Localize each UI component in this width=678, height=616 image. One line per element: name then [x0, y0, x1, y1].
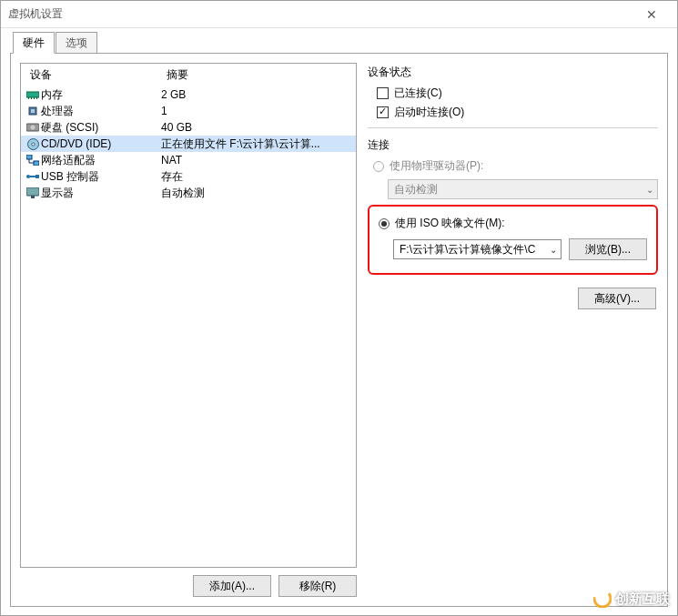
svg-point-8: [31, 126, 35, 130]
titlebar: 虚拟机设置 ✕: [1, 1, 677, 28]
highlight-box: 使用 ISO 映像文件(M): F:\云计算\云计算镜像文件\C ⌄ 浏览(B)…: [368, 205, 658, 275]
chevron-down-icon: ⌄: [550, 245, 557, 255]
device-row-hdd[interactable]: 硬盘 (SCSI) 40 GB: [21, 119, 356, 136]
connected-label: 已连接(C): [394, 86, 442, 101]
physical-drive-combo: 自动检测 ⌄: [388, 179, 658, 199]
svg-rect-12: [34, 161, 39, 166]
cpu-icon: [25, 105, 41, 117]
connection-title: 连接: [368, 137, 658, 153]
svg-point-10: [31, 142, 34, 145]
device-name: 显示器: [41, 186, 161, 201]
device-name: 处理器: [41, 104, 161, 119]
svg-point-17: [594, 591, 611, 607]
device-summary: 40 GB: [161, 121, 356, 134]
device-name: 硬盘 (SCSI): [41, 120, 161, 136]
cd-icon: [25, 137, 41, 150]
tab-options[interactable]: 选项: [56, 32, 97, 54]
device-row-memory[interactable]: 内存 2 GB: [21, 86, 356, 103]
hardware-left: 设备 摘要 内存 2 GB: [20, 63, 357, 597]
device-row-network[interactable]: 网络适配器 NAT: [21, 152, 356, 168]
svg-rect-14: [35, 175, 39, 178]
connect-at-poweron-checkbox[interactable]: 启动时连接(O): [368, 105, 658, 120]
use-physical-radio[interactable]: 使用物理驱动器(P):: [368, 158, 658, 174]
browse-button[interactable]: 浏览(B)...: [569, 238, 647, 260]
usb-icon: [25, 170, 41, 183]
display-icon: [25, 187, 41, 199]
device-summary: 正在使用文件 F:\云计算\云计算...: [161, 136, 356, 152]
svg-rect-4: [36, 97, 37, 99]
iso-row: F:\云计算\云计算镜像文件\C ⌄ 浏览(B)...: [379, 238, 647, 260]
device-row-cpu[interactable]: 处理器 1: [21, 103, 356, 119]
watermark: 创新互联: [593, 590, 670, 608]
svg-rect-16: [31, 196, 35, 198]
remove-button[interactable]: 移除(R): [278, 575, 357, 597]
header-device: 设备: [30, 67, 167, 83]
checkbox-icon: [377, 106, 389, 118]
svg-rect-1: [28, 97, 29, 99]
add-button[interactable]: 添加(A)...: [193, 575, 271, 597]
device-status-title: 设备状态: [368, 65, 658, 80]
network-icon: [25, 154, 41, 167]
tabstrip: 硬件 选项: [10, 32, 668, 54]
tab-hardware[interactable]: 硬件: [13, 32, 55, 54]
svg-rect-2: [31, 97, 32, 99]
device-summary: 1: [161, 105, 356, 117]
connected-checkbox[interactable]: 已连接(C): [368, 86, 658, 101]
physical-drive-value: 自动检测: [394, 182, 438, 197]
tab-panel: 设备 摘要 内存 2 GB: [10, 54, 668, 607]
device-name: 内存: [41, 87, 161, 103]
device-row-cd[interactable]: CD/DVD (IDE) 正在使用文件 F:\云计算\云计算...: [21, 136, 356, 152]
svg-rect-3: [34, 97, 35, 99]
device-list-buttons: 添加(A)... 移除(R): [20, 575, 357, 597]
advanced-row: 高级(V)...: [368, 288, 658, 309]
device-summary: NAT: [161, 154, 356, 167]
separator: [368, 127, 658, 128]
use-iso-radio[interactable]: 使用 ISO 映像文件(M):: [379, 216, 647, 231]
svg-rect-15: [26, 187, 39, 196]
device-summary: 存在: [161, 169, 356, 185]
device-list-header: 设备 摘要: [21, 64, 356, 86]
svg-point-13: [26, 175, 30, 178]
advanced-button[interactable]: 高级(V)...: [578, 288, 656, 309]
radio-icon: [373, 161, 384, 172]
memory-icon: [25, 88, 41, 101]
use-iso-label: 使用 ISO 映像文件(M):: [395, 216, 505, 231]
radio-icon: [379, 218, 390, 229]
iso-path-value: F:\云计算\云计算镜像文件\C: [400, 242, 535, 258]
device-name: 网络适配器: [41, 153, 161, 168]
svg-rect-0: [26, 92, 39, 97]
device-name: USB 控制器: [41, 169, 161, 185]
close-icon[interactable]: ✕: [633, 1, 670, 28]
device-summary: 2 GB: [161, 88, 356, 101]
device-name: CD/DVD (IDE): [41, 137, 161, 150]
hdd-icon: [25, 121, 41, 134]
device-list[interactable]: 设备 摘要 内存 2 GB: [20, 63, 357, 568]
connect-at-poweron-label: 启动时连接(O): [394, 105, 464, 120]
hardware-right: 设备状态 已连接(C) 启动时连接(O) 连接 使用物理驱动器(P):: [357, 63, 658, 597]
chevron-down-icon: ⌄: [646, 185, 653, 195]
header-summary: 摘要: [167, 67, 352, 83]
iso-path-combo[interactable]: F:\云计算\云计算镜像文件\C ⌄: [393, 239, 562, 259]
use-physical-label: 使用物理驱动器(P):: [390, 158, 483, 174]
device-summary: 自动检测: [161, 186, 356, 201]
device-row-usb[interactable]: USB 控制器 存在: [21, 168, 356, 185]
checkbox-icon: [377, 87, 389, 99]
content-area: 硬件 选项 设备 摘要 内存 2 GB: [1, 28, 677, 616]
watermark-logo-icon: [593, 590, 612, 608]
svg-rect-6: [31, 109, 35, 113]
svg-rect-11: [26, 155, 32, 159]
window-title: 虚拟机设置: [8, 6, 633, 22]
watermark-text: 创新互联: [615, 591, 670, 608]
vm-settings-window: 虚拟机设置 ✕ 硬件 选项 设备 摘要: [0, 0, 678, 616]
device-rows: 内存 2 GB 处理器 1: [21, 86, 356, 201]
device-row-display[interactable]: 显示器 自动检测: [21, 185, 356, 201]
